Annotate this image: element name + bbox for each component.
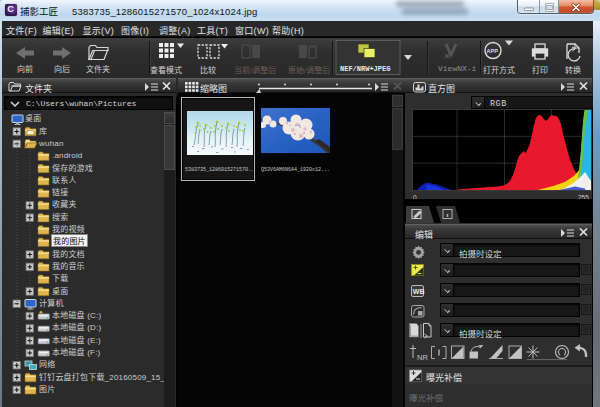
svg-text:NR: NR: [417, 353, 428, 362]
svg-text:WB: WB: [413, 288, 425, 295]
svg-text:APP: APP: [487, 48, 499, 54]
